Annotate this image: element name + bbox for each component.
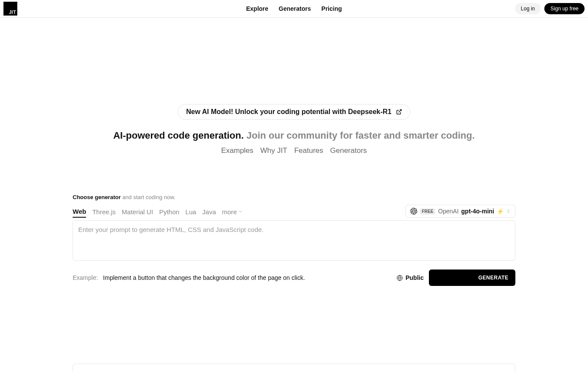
announcement-pill[interactable]: New AI Model! Unlock your coding potenti… [178, 104, 410, 120]
model-provider: OpenAI [438, 208, 458, 215]
sublinks: Examples Why JIT Features Generators [221, 146, 367, 155]
tagline-sub: Join our community for faster and smarte… [246, 130, 475, 141]
sublink-examples[interactable]: Examples [221, 146, 253, 155]
tab-more-label: more [222, 208, 237, 216]
chevrons-up-down-icon [506, 209, 511, 213]
globe-icon [396, 275, 403, 281]
logo[interactable]: JIT [3, 2, 17, 16]
tab-threejs[interactable]: Three.js [92, 208, 115, 217]
sublink-features[interactable]: Features [294, 146, 323, 155]
tab-web[interactable]: Web [73, 208, 86, 218]
external-link-icon [396, 109, 402, 115]
login-button[interactable]: Log in [515, 3, 541, 14]
nav-center: Explore Generators Pricing [246, 5, 342, 12]
hero: New AI Model! Unlock your coding potenti… [0, 104, 588, 194]
model-name: gpt-4o-mini [461, 208, 494, 215]
tagline: AI-powered code generation. Join our com… [113, 130, 475, 141]
generate-button[interactable]: GENERATE [429, 270, 515, 286]
model-selector[interactable]: FREE OpenAI gpt-4o-mini ⚡ [406, 205, 515, 218]
visibility-toggle[interactable]: Public [396, 274, 424, 281]
sublink-generators[interactable]: Generators [330, 146, 367, 155]
nav-pricing[interactable]: Pricing [321, 5, 342, 12]
example-label: Example: [73, 274, 98, 281]
generator-tabs: Web Three.js Material UI Python Lua Java… [73, 208, 243, 218]
visibility-label: Public [406, 274, 424, 281]
header: JIT Explore Generators Pricing Log in Si… [0, 0, 588, 18]
generator-area: Choose generator and start coding now. W… [73, 194, 515, 286]
svg-line-0 [398, 110, 401, 112]
tagline-bold: AI-powered code generation. [113, 130, 244, 141]
generator-row: Web Three.js Material UI Python Lua Java… [73, 205, 515, 220]
tab-java[interactable]: Java [202, 208, 216, 217]
nav-right: Log in Sign up free [515, 3, 585, 14]
tab-more[interactable]: more [222, 208, 243, 217]
below-row: Example: Implement a button that changes… [73, 270, 515, 286]
nav-explore[interactable]: Explore [246, 5, 268, 12]
choose-label: Choose generator [73, 194, 121, 200]
free-badge: FREE [420, 208, 436, 215]
prompt-input[interactable] [73, 220, 515, 261]
announcement-text: New AI Model! Unlock your coding potenti… [186, 108, 391, 116]
nav-generators[interactable]: Generators [279, 5, 311, 12]
openai-icon [410, 208, 417, 215]
tab-python[interactable]: Python [159, 208, 179, 217]
sublink-why[interactable]: Why JIT [260, 146, 287, 155]
choose-sub: and start coding now. [122, 194, 176, 200]
bolt-icon: ⚡ [497, 208, 504, 215]
generator-heading: Choose generator and start coding now. [73, 194, 515, 200]
chevron-down-icon [238, 209, 243, 214]
stats-bar: Free forever for core features. No credi… [73, 364, 515, 371]
example-text[interactable]: Implement a button that changes the back… [103, 274, 305, 281]
signup-button[interactable]: Sign up free [544, 3, 585, 14]
tab-materialui[interactable]: Material UI [122, 208, 153, 217]
tab-lua[interactable]: Lua [185, 208, 196, 217]
